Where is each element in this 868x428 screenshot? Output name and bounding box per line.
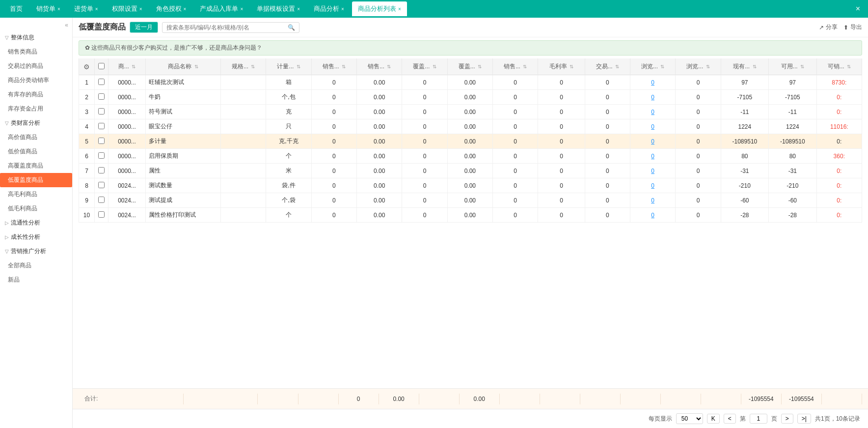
row-checkbox[interactable] <box>98 167 105 173</box>
nav-role-auth[interactable]: 角色授权 × <box>150 1 192 16</box>
sidebar-item-stock-capital[interactable]: 库存资金占用 <box>0 102 72 116</box>
nav-goods-analysis-list[interactable]: 商品分析列表 × <box>352 1 407 16</box>
th-settings[interactable]: ⚙ <box>79 58 95 75</box>
cell-browse1[interactable]: 0 <box>630 119 675 134</box>
cell-checkbox[interactable] <box>95 149 108 164</box>
sidebar-item-low-coverage[interactable]: 低覆盖度商品 <box>0 173 72 187</box>
cell-browse1[interactable]: 0 <box>630 193 675 208</box>
cell-checkbox[interactable] <box>95 105 108 119</box>
sidebar-item-stocked-goods[interactable]: 有库存的商品 <box>0 87 72 102</box>
sidebar-section-flow[interactable]: ▷ 流通性分析 <box>0 216 72 230</box>
select-all-checkbox[interactable] <box>98 63 105 69</box>
search-input[interactable] <box>166 24 286 31</box>
row-checkbox[interactable] <box>98 182 105 188</box>
row-checkbox[interactable] <box>98 123 105 129</box>
page-last-button[interactable]: >| <box>797 414 811 424</box>
sidebar-item-high-profit[interactable]: 高毛利商品 <box>0 187 72 201</box>
th-cover1[interactable]: 覆盖... ⇅ <box>402 58 447 75</box>
cell-checkbox[interactable] <box>95 134 108 149</box>
row-checkbox[interactable] <box>98 197 105 203</box>
sidebar-item-traded-goods[interactable]: 交易过的商品 <box>0 59 72 73</box>
cell-browse1[interactable]: 0 <box>630 90 675 105</box>
share-button[interactable]: ↗ 分享 <box>819 23 838 31</box>
nav-close-icon[interactable]: × <box>297 6 300 12</box>
cell-checkbox[interactable] <box>95 193 108 208</box>
cell-checkbox[interactable] <box>95 164 108 178</box>
th-unit[interactable]: 计量... ⇅ <box>266 58 311 75</box>
page-number-input[interactable] <box>750 414 767 424</box>
sidebar-item-sales-goods[interactable]: 销售类商品 <box>0 45 72 59</box>
row-checkbox[interactable] <box>98 211 105 218</box>
row-checkbox[interactable] <box>98 79 105 85</box>
sidebar-item-low-profit[interactable]: 低毛利商品 <box>0 201 72 216</box>
nav-close-icon[interactable]: × <box>240 6 243 12</box>
cell-browse1[interactable]: 0 <box>630 178 675 193</box>
nav-home[interactable]: 首页 <box>4 1 28 16</box>
row-checkbox[interactable] <box>98 138 105 144</box>
th-cover2[interactable]: 覆盖... ⇅ <box>447 58 492 75</box>
th-gross-margin[interactable]: 毛利率 ⇅ <box>538 58 585 75</box>
nav-close-icon[interactable]: × <box>184 6 187 12</box>
row-checkbox[interactable] <box>98 108 105 114</box>
nav-close-icon[interactable]: × <box>398 6 401 12</box>
window-close-button[interactable]: × <box>852 2 864 15</box>
nav-close-icon[interactable]: × <box>57 6 60 12</box>
th-checkbox[interactable] <box>95 58 108 75</box>
th-spec[interactable]: 规格... ⇅ <box>221 58 266 75</box>
nav-sales-order[interactable]: 销货单 × <box>30 1 66 16</box>
page-prev-button[interactable]: < <box>724 414 736 424</box>
cell-available: -1089510 <box>769 134 816 149</box>
th-available[interactable]: 可用... ⇅ <box>769 58 816 75</box>
page-size-select[interactable]: 50 20 100 <box>676 413 703 424</box>
sidebar-item-all-goods[interactable]: 全部商品 <box>0 258 72 273</box>
cell-browse1[interactable]: 0 <box>630 75 675 90</box>
export-button[interactable]: ⬆ 导出 <box>843 23 862 31</box>
sidebar-item-high-coverage[interactable]: 高覆盖度商品 <box>0 159 72 173</box>
th-saleable[interactable]: 可销... ⇅ <box>816 58 862 75</box>
nav-product-storage[interactable]: 产成品入库单 × <box>194 1 249 16</box>
th-sales-qty[interactable]: 销售... ⇅ <box>311 58 356 75</box>
sidebar-item-new-goods[interactable]: 新品 <box>0 273 72 287</box>
sidebar-collapse-button[interactable]: « <box>0 20 72 30</box>
th-name[interactable]: 商品名称 ⇅ <box>146 58 221 75</box>
sidebar-item-category-rate[interactable]: 商品分类动销率 <box>0 73 72 87</box>
nav-permission-settings[interactable]: 权限设置 × <box>106 1 148 16</box>
page-first-button[interactable]: K <box>707 414 720 424</box>
th-sales3[interactable]: 销售... ⇅ <box>492 58 538 75</box>
cell-browse1[interactable]: 0 <box>630 164 675 178</box>
cell-checkbox[interactable] <box>95 90 108 105</box>
cell-checkbox[interactable] <box>95 119 108 134</box>
th-code[interactable]: 商... ⇅ <box>108 58 146 75</box>
cell-checkbox[interactable] <box>95 75 108 90</box>
th-trade[interactable]: 交易... ⇅ <box>585 58 630 75</box>
filter-recent-month[interactable]: 近一月 <box>130 22 158 33</box>
page-next-button[interactable]: > <box>781 414 793 424</box>
nav-close-icon[interactable]: × <box>95 6 98 12</box>
sidebar-section-diversity[interactable]: ▽ 类财富分析 <box>0 116 72 130</box>
nav-template-settings[interactable]: 单据模板设置 × <box>251 1 306 16</box>
cell-browse1[interactable]: 0 <box>630 134 675 149</box>
settings-icon[interactable]: ⚙ <box>83 63 90 71</box>
row-checkbox[interactable] <box>98 152 105 159</box>
nav-goods-analysis[interactable]: 商品分析 × <box>308 1 350 16</box>
cell-browse1[interactable]: 0 <box>630 208 675 223</box>
sidebar-item-low-value[interactable]: 低价值商品 <box>0 144 72 159</box>
nav-close-icon[interactable]: × <box>341 6 344 12</box>
sidebar-item-high-value[interactable]: 高价值商品 <box>0 130 72 144</box>
th-sales-amt[interactable]: 销售... ⇅ <box>356 58 402 75</box>
th-current-stock[interactable]: 现有... ⇅ <box>721 58 768 75</box>
cell-checkbox[interactable] <box>95 208 108 223</box>
sidebar-section-marketing[interactable]: ▽ 营销推广分析 <box>0 244 72 258</box>
row-checkbox[interactable] <box>98 93 105 100</box>
sort-icon: ⇅ <box>615 64 619 69</box>
cell-browse1[interactable]: 0 <box>630 149 675 164</box>
nav-purchase-order[interactable]: 进货单 × <box>68 1 104 16</box>
sidebar-section-growth[interactable]: ▷ 成长性分析 <box>0 230 72 244</box>
th-browse2[interactable]: 浏览... ⇅ <box>676 58 721 75</box>
th-browse1[interactable]: 浏览... ⇅ <box>630 58 675 75</box>
search-icon[interactable]: 🔍 <box>288 24 295 31</box>
nav-close-icon[interactable]: × <box>139 6 142 12</box>
cell-checkbox[interactable] <box>95 178 108 193</box>
sidebar-section-overall[interactable]: ▽ 整体信息 <box>0 30 72 45</box>
cell-browse1[interactable]: 0 <box>630 105 675 119</box>
